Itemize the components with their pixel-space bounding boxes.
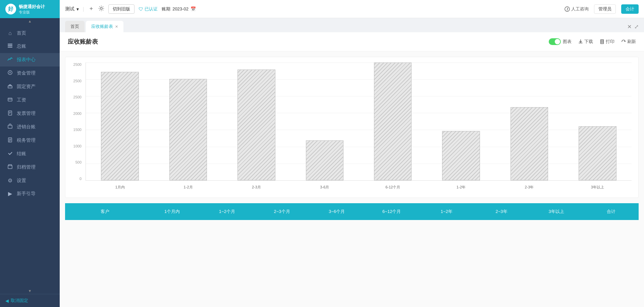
sidebar-item-label: 发票管理 <box>17 111 36 117</box>
page-actions: 图表 下载 打印 刷新 <box>549 38 636 45</box>
tax-icon <box>7 137 13 144</box>
close-tab-button[interactable]: ✕ <box>627 24 632 30</box>
manager-button[interactable]: 管理员 <box>594 4 616 14</box>
sidebar-item-guide[interactable]: ▶ 新手引导 <box>0 187 60 200</box>
y-label-2000: 2000 <box>73 112 82 116</box>
sidebar-item-label: 固定资产 <box>17 84 36 90</box>
invoice-icon <box>7 110 13 117</box>
bar-label-6: 1-2年 <box>457 185 466 190</box>
bar-1 <box>101 72 139 180</box>
accountant-button[interactable]: 会计 <box>621 4 639 14</box>
th-1-2year: 1~2年 <box>419 203 474 220</box>
chart-plot: 1月内 1-2月 2-3月 <box>86 62 632 181</box>
page-title: 应收账龄表 <box>68 38 98 46</box>
cancel-fixed-icon: ◀ <box>5 298 9 303</box>
tab-home[interactable]: 首页 <box>65 21 85 32</box>
svg-rect-12 <box>601 42 603 44</box>
bar-2 <box>169 79 207 180</box>
bar-label-5: 6-12个月 <box>385 185 400 190</box>
tab-home-label: 首页 <box>70 24 79 30</box>
switch-to-old-button[interactable]: 切到旧版 <box>108 4 135 14</box>
consultant-button[interactable]: 人工咨询 <box>565 6 589 12</box>
sidebar-item-label: 资金管理 <box>17 70 36 76</box>
period-label: 账期 <box>162 6 170 12</box>
chart-toggle[interactable] <box>549 38 561 45</box>
bar-label-8: 3年以上 <box>591 185 604 190</box>
sidebar-item-label: 设置 <box>17 178 26 184</box>
sidebar-item-settings[interactable]: ⚙ 设置 <box>0 174 60 187</box>
closing-icon <box>7 150 13 157</box>
scroll-down-arrow[interactable]: ▼ <box>0 288 60 294</box>
sidebar-item-sales[interactable]: 进销台账 <box>0 120 60 134</box>
add-project-button[interactable]: + <box>88 4 95 14</box>
topbar: 测试 ▾ | + 切到旧版 🛡 已认证 账期 2023-02 📅 人工咨询 管理… <box>60 0 644 18</box>
sidebar-item-label: 结账 <box>17 151 26 157</box>
y-label-1000: 1000 <box>73 144 82 148</box>
bar-group-7: 2-3年 <box>495 62 563 180</box>
th-total: 合计 <box>584 203 639 220</box>
period-value: 2023-02 <box>172 6 189 11</box>
sidebar-item-tax[interactable]: 税务管理 <box>0 134 60 147</box>
tab-ar-aging-label: 应收账龄表 <box>91 24 113 30</box>
bar-group-8: 3年以上 <box>564 62 632 180</box>
th-customer: 客户 <box>65 203 145 220</box>
svg-rect-0 <box>8 44 12 45</box>
sidebar-item-salary[interactable]: 工资 <box>0 93 60 107</box>
period-info: 账期 2023-02 📅 <box>162 6 196 12</box>
calendar-icon[interactable]: 📅 <box>191 6 196 11</box>
tab-ar-aging[interactable]: 应收账龄表 ✕ <box>86 21 123 32</box>
sidebar-item-invoice[interactable]: 发票管理 <box>0 107 60 120</box>
th-1month: 1个月内 <box>145 203 200 220</box>
refresh-button[interactable]: 刷新 <box>621 39 636 45</box>
svg-rect-2 <box>8 47 12 48</box>
sidebar-item-funds[interactable]: 资金管理 <box>0 67 60 80</box>
bar-label-1: 1月内 <box>115 185 125 190</box>
th-2-3month: 2~3个月 <box>255 203 310 220</box>
y-axis: 2500 2500 2500 2000 1500 1000 500 0 <box>65 62 84 181</box>
topbar-settings-button[interactable] <box>98 5 104 13</box>
tabs-actions: ✕ ⤢ <box>627 24 639 30</box>
th-3-6month: 3~6个月 <box>309 203 364 220</box>
bar-5 <box>374 62 412 180</box>
bar-label-3: 2-3月 <box>252 185 261 190</box>
sidebar-item-assets[interactable]: 固定资产 <box>0 80 60 93</box>
ledger-icon <box>7 43 13 50</box>
sidebar-item-label: 报表中心 <box>17 57 36 63</box>
project-selector[interactable]: 测试 ▾ <box>65 6 79 12</box>
sidebar-item-home[interactable]: ⌂ 首页 <box>0 27 60 40</box>
topbar-right: 人工咨询 管理员 会计 <box>565 4 639 14</box>
consultant-label: 人工咨询 <box>571 6 589 12</box>
svg-rect-13 <box>601 40 603 41</box>
th-6-12month: 6~12个月 <box>364 203 419 220</box>
bar-group-4: 3-6月 <box>290 62 359 180</box>
verified-text: 已认证 <box>145 6 158 12</box>
expand-tab-button[interactable]: ⤢ <box>634 24 639 30</box>
sidebar-nav: ⌂ 首页 总账 报表中心 资金管理 <box>0 24 60 288</box>
y-label-0: 0 <box>79 177 82 181</box>
tabs-bar: 首页 应收账龄表 ✕ ✕ ⤢ <box>60 18 644 32</box>
topbar-divider1: | <box>83 6 84 12</box>
download-button[interactable]: 下载 <box>578 39 593 45</box>
sidebar-item-label: 进销台账 <box>17 124 36 130</box>
cancel-fixed-label: 取消固定 <box>11 298 28 304</box>
logo-text: 畅捷通好会计 专业版 <box>19 4 45 15</box>
logo-line2: 专业版 <box>19 10 45 15</box>
tab-close-icon[interactable]: ✕ <box>115 25 118 29</box>
svg-rect-7 <box>8 125 12 128</box>
scroll-up-arrow[interactable]: ▲ <box>0 18 60 24</box>
bar-8 <box>579 126 616 180</box>
th-2-3year: 2~3年 <box>474 203 529 220</box>
sidebar-item-reports[interactable]: 报表中心 <box>0 53 60 67</box>
sidebar-item-archive[interactable]: 归档管理 <box>0 161 60 174</box>
svg-rect-4 <box>8 86 12 88</box>
sidebar-footer[interactable]: ◀ 取消固定 <box>0 294 60 307</box>
sidebar-item-closing[interactable]: 结账 <box>0 147 60 161</box>
settings-icon: ⚙ <box>7 177 13 184</box>
content-area: 应收账龄表 图表 下载 打印 刷新 <box>60 32 644 307</box>
chart-toggle-group: 图表 <box>549 38 572 45</box>
bars-wrapper: 1月内 1-2月 2-3月 <box>86 62 632 180</box>
print-button[interactable]: 打印 <box>600 39 614 45</box>
sidebar-item-ledger[interactable]: 总账 <box>0 40 60 53</box>
logo-icon: 好 <box>5 4 16 14</box>
bar-6 <box>442 131 480 180</box>
